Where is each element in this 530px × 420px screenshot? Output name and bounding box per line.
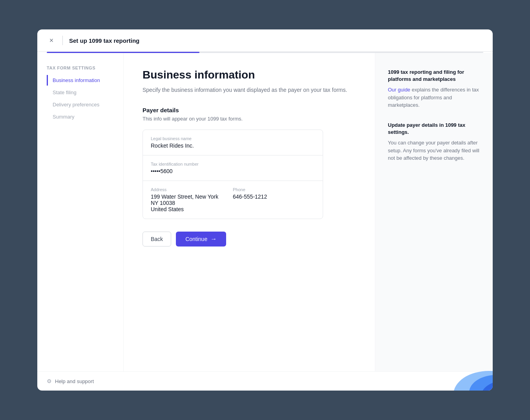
modal-body: Tax form settings Business information S… bbox=[37, 53, 493, 371]
sidebar: Tax form settings Business information S… bbox=[37, 53, 124, 371]
header-divider bbox=[62, 36, 63, 45]
payer-row-tax-id: Tax identification number •••••5600 bbox=[143, 155, 323, 181]
page-subtitle: Specify the business information you wan… bbox=[143, 86, 356, 94]
legal-business-name-label: Legal business name bbox=[151, 136, 315, 141]
modal-footer: ⚙ Help and support bbox=[37, 371, 493, 391]
modal-container: × Set up 1099 tax reporting Tax form set… bbox=[37, 29, 493, 391]
help-title-2: Update payer details in 1099 tax setting… bbox=[388, 122, 480, 136]
payer-row-name: Legal business name Rocket Rides Inc. bbox=[143, 130, 323, 155]
phone-label: Phone bbox=[233, 187, 315, 192]
main-content: Business information Specify the busines… bbox=[124, 53, 375, 371]
help-section-1: 1099 tax reporting and filing for platfo… bbox=[388, 69, 480, 109]
payer-address-col: Address 199 Water Street, New York NY 10… bbox=[151, 187, 233, 212]
close-button[interactable]: × bbox=[47, 36, 56, 45]
payer-card: Legal business name Rocket Rides Inc. Ta… bbox=[143, 130, 323, 219]
help-link-1[interactable]: Our guide bbox=[388, 87, 410, 93]
help-text-2: You can change your payer details after … bbox=[388, 139, 480, 162]
payer-phone-col: Phone 646-555-1212 bbox=[233, 187, 315, 212]
modal-title: Set up 1099 tax reporting bbox=[69, 37, 139, 44]
help-support-icon: ⚙ bbox=[47, 378, 52, 384]
arrow-right-icon: → bbox=[210, 236, 217, 243]
sidebar-item-summary[interactable]: Summary bbox=[47, 111, 114, 122]
help-section-2: Update payer details in 1099 tax setting… bbox=[388, 122, 480, 162]
tax-id-value: •••••5600 bbox=[151, 168, 315, 174]
back-button[interactable]: Back bbox=[143, 232, 171, 247]
address-line3: United States bbox=[151, 206, 233, 212]
button-group: Back Continue → bbox=[143, 232, 356, 247]
section-desc: This info will appear on your 1099 tax f… bbox=[143, 116, 356, 122]
address-label: Address bbox=[151, 187, 233, 192]
continue-button[interactable]: Continue → bbox=[176, 232, 226, 247]
legal-business-name-value: Rocket Rides Inc. bbox=[151, 142, 315, 149]
phone-value: 646-555-1212 bbox=[233, 194, 315, 200]
section-title: Payer details bbox=[143, 107, 356, 113]
address-line1: 199 Water Street, New York bbox=[151, 194, 233, 200]
sidebar-item-delivery-preferences[interactable]: Delivery preferences bbox=[47, 99, 114, 110]
tax-id-label: Tax identification number bbox=[151, 162, 315, 166]
payer-row-address-phone: Address 199 Water Street, New York NY 10… bbox=[143, 181, 323, 219]
sidebar-section-label: Tax form settings bbox=[47, 66, 114, 70]
help-text-1: Our guide explains the differences in ta… bbox=[388, 86, 480, 109]
sidebar-item-state-filing[interactable]: State filing bbox=[47, 87, 114, 98]
right-panel: 1099 tax reporting and filing for platfo… bbox=[375, 53, 493, 371]
sidebar-item-business-information[interactable]: Business information bbox=[47, 75, 114, 86]
page-title: Business information bbox=[143, 69, 356, 81]
help-support-text[interactable]: Help and support bbox=[55, 378, 94, 384]
help-title-1: 1099 tax reporting and filing for platfo… bbox=[388, 69, 480, 83]
address-line2: NY 10038 bbox=[151, 200, 233, 206]
modal-header: × Set up 1099 tax reporting bbox=[37, 29, 493, 52]
